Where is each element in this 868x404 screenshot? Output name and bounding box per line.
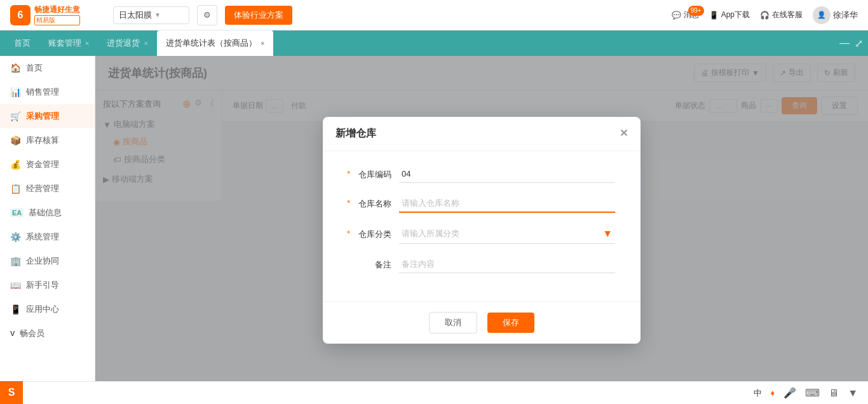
code-label: 仓库编码 xyxy=(348,169,399,180)
cancel-button[interactable]: 取消 xyxy=(429,312,477,333)
tab-minimize-icon[interactable]: — xyxy=(839,37,850,49)
finance-icon: 💰 xyxy=(10,159,21,170)
sidebar-sales-label: 销售管理 xyxy=(26,86,59,98)
user-name-label: 徐泽华 xyxy=(833,10,858,21)
tab-home[interactable]: 首页 xyxy=(5,30,39,56)
sidebar-item-operation[interactable]: 📋 经营管理 xyxy=(0,177,95,201)
bottom-left-logo: S xyxy=(0,381,23,404)
tab-account[interactable]: 账套管理 × xyxy=(39,30,98,56)
sidebar-inventory-label: 库存核算 xyxy=(26,135,59,146)
logo-text: 畅捷通好生意 精易版 xyxy=(34,4,80,25)
sidebar-item-basic[interactable]: EA 基础信息 xyxy=(0,201,95,225)
sidebar-vip-label: 畅会员 xyxy=(20,328,44,339)
tab-purchase-stats-label: 进货单统计表（按商品） xyxy=(166,37,257,49)
remark-label: 备注 xyxy=(348,259,399,271)
inventory-icon: 📦 xyxy=(10,135,21,145)
sales-icon: 📊 xyxy=(10,87,21,97)
sidebar-system-label: 系统管理 xyxy=(26,231,59,243)
system-icon: ⚙️ xyxy=(10,232,21,242)
sidebar-item-system[interactable]: ⚙️ 系统管理 xyxy=(0,225,95,249)
message-icon: 💬 xyxy=(672,11,681,20)
sidebar-enterprise-label: 企业协同 xyxy=(26,255,59,267)
apps-icon: 📱 xyxy=(10,304,21,314)
name-input[interactable] xyxy=(399,196,615,213)
store-name-label: 日太阳膜 xyxy=(119,10,152,21)
sidebar-item-purchase[interactable]: 🛒 采购管理 xyxy=(0,104,95,128)
sidebar-item-enterprise[interactable]: 🏢 企业协同 xyxy=(0,249,95,273)
bottom-s-icon: S xyxy=(0,381,23,404)
tab-account-label: 账套管理 xyxy=(48,37,81,49)
store-selector[interactable]: 日太阳膜 ▼ xyxy=(113,6,189,24)
name-label: 仓库名称 xyxy=(348,198,399,210)
app-download-label: App下载 xyxy=(721,10,750,20)
tab-purchase-stats-close[interactable]: × xyxy=(261,39,264,47)
sidebar-item-apps[interactable]: 📱 应用中心 xyxy=(0,297,95,321)
tab-purchase-stats[interactable]: 进货单统计表（按商品） × xyxy=(157,30,273,56)
store-dropdown-arrow: ▼ xyxy=(154,11,161,18)
dialog-header: 新增仓库 ✕ xyxy=(323,117,641,151)
sidebar-home-label: 首页 xyxy=(26,62,43,74)
bottom-expand-icon[interactable]: ▼ xyxy=(848,387,858,399)
new-warehouse-dialog: 新增仓库 ✕ 仓库编码 仓库名称 仓库分类 xyxy=(323,117,641,344)
form-row-name: 仓库名称 xyxy=(348,196,615,213)
enterprise-icon: 🏢 xyxy=(10,256,21,266)
header-right: 💬 消息 99+ 📱 App下载 🎧 在线客服 👤 徐泽华 xyxy=(672,6,858,24)
tab-purchase-return-label: 进货退货 xyxy=(107,37,140,49)
home-icon: 🏠 xyxy=(10,63,21,73)
dialog-body: 仓库编码 仓库名称 仓库分类 请输入所属分类 ▼ xyxy=(323,151,641,301)
sidebar-item-guide[interactable]: 📖 新手引导 xyxy=(0,273,95,297)
sidebar: 🏠 首页 📊 销售管理 🛒 采购管理 📦 库存核算 💰 资金管理 📋 经营管理 … xyxy=(0,56,95,404)
sidebar-item-inventory[interactable]: 📦 库存核算 xyxy=(0,128,95,152)
content-area: 进货单统计(按商品) 🖨 按模板打印 ▼ ↗ 导出 ↻ 刷新 xyxy=(95,56,868,404)
modal-overlay: 新增仓库 ✕ 仓库编码 仓库名称 仓库分类 xyxy=(95,56,868,404)
sidebar-item-home[interactable]: 🏠 首页 xyxy=(0,56,95,80)
bottom-bar: S 中 ♦ 🎤 ⌨ 🖥 ▼ xyxy=(0,381,868,404)
sidebar-basic-label: 基础信息 xyxy=(29,207,62,219)
sidebar-item-finance[interactable]: 💰 资金管理 xyxy=(0,152,95,177)
trial-button[interactable]: 体验行业方案 xyxy=(225,6,292,25)
tab-home-label: 首页 xyxy=(14,37,31,49)
save-button[interactable]: 保存 xyxy=(487,313,534,333)
operation-icon: 📋 xyxy=(10,184,21,194)
bottom-keyboard-icon[interactable]: ⌨ xyxy=(805,387,820,399)
messages-badge: 99+ xyxy=(688,6,704,16)
customer-service-button[interactable]: 🎧 在线客服 xyxy=(760,10,803,20)
guide-icon: 📖 xyxy=(10,280,21,290)
basic-icon: EA xyxy=(10,208,24,217)
vip-icon: V xyxy=(10,330,15,337)
tab-account-close[interactable]: × xyxy=(85,39,89,47)
main-layout: 🏠 首页 📊 销售管理 🛒 采购管理 📦 库存核算 💰 资金管理 📋 经营管理 … xyxy=(0,56,868,404)
remark-input[interactable] xyxy=(399,257,615,273)
messages-button[interactable]: 💬 消息 99+ xyxy=(672,10,699,20)
bottom-dot-icon[interactable]: ♦ xyxy=(771,388,775,398)
sidebar-guide-label: 新手引导 xyxy=(26,279,59,291)
user-menu[interactable]: 👤 徐泽华 xyxy=(813,6,858,24)
bottom-chinese-icon[interactable]: 中 xyxy=(754,387,762,399)
purchase-icon: 🛒 xyxy=(10,111,21,121)
form-row-category: 仓库分类 请输入所属分类 ▼ xyxy=(348,226,615,244)
category-select[interactable]: 请输入所属分类 ▼ xyxy=(399,226,615,244)
sidebar-finance-label: 资金管理 xyxy=(26,159,59,170)
dialog-close-button[interactable]: ✕ xyxy=(620,128,628,138)
logo-icon: 6 xyxy=(10,5,31,25)
phone-icon: 📱 xyxy=(709,11,719,20)
sidebar-apps-label: 应用中心 xyxy=(26,304,59,315)
tab-bar: 首页 账套管理 × 进货退货 × 进货单统计表（按商品） × — ⤢ xyxy=(0,30,868,56)
bottom-monitor-icon[interactable]: 🖥 xyxy=(829,387,839,399)
tab-purchase-return[interactable]: 进货退货 × xyxy=(98,30,156,56)
tab-purchase-return-close[interactable]: × xyxy=(144,39,147,47)
form-row-remark: 备注 xyxy=(348,257,615,273)
tab-bar-right: — ⤢ xyxy=(839,37,863,50)
tab-expand-icon[interactable]: ⤢ xyxy=(855,37,863,50)
category-placeholder: 请输入所属分类 xyxy=(402,228,459,239)
headset-icon: 🎧 xyxy=(760,11,770,20)
settings-gear-button[interactable]: ⚙ xyxy=(197,5,217,25)
sidebar-item-vip[interactable]: V 畅会员 xyxy=(0,321,95,346)
app-download-button[interactable]: 📱 App下载 xyxy=(709,10,750,20)
category-label: 仓库分类 xyxy=(348,229,399,240)
logo-area: 6 畅捷通好生意 精易版 xyxy=(10,4,105,25)
bottom-mic-icon[interactable]: 🎤 xyxy=(783,387,796,399)
sidebar-item-sales[interactable]: 📊 销售管理 xyxy=(0,80,95,104)
category-dropdown-icon: ▼ xyxy=(602,228,613,239)
code-input[interactable] xyxy=(399,166,615,183)
